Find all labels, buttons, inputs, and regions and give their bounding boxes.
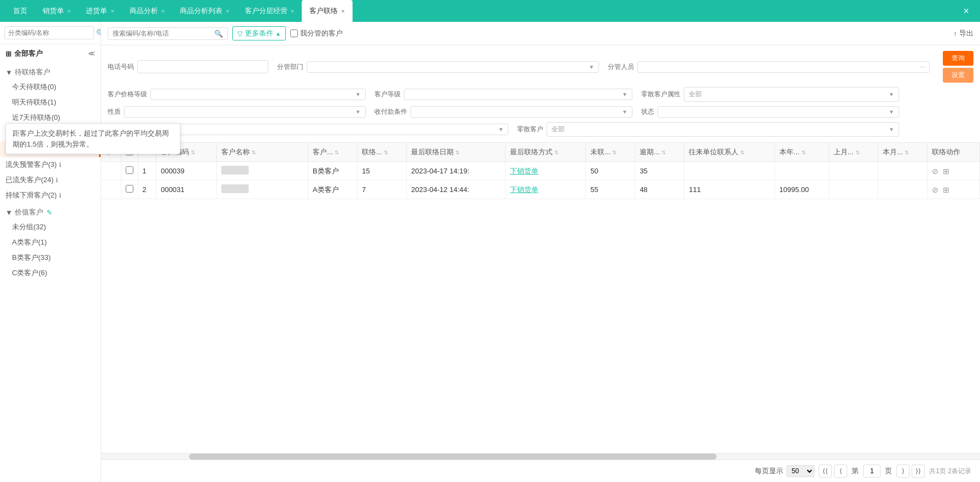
th-type[interactable]: 客户...⇅ bbox=[308, 143, 357, 162]
phone-input[interactable] bbox=[137, 60, 268, 73]
th-name[interactable]: 客户名称⇅ bbox=[217, 143, 308, 162]
td-name-1 bbox=[217, 162, 308, 181]
export-button[interactable]: ↑ 导出 bbox=[954, 28, 974, 38]
status-select[interactable]: ▼ bbox=[658, 106, 899, 118]
th-contact-count[interactable]: 联络...⇅ bbox=[357, 143, 407, 162]
grid-action-icon-1[interactable]: ⊞ bbox=[943, 167, 949, 176]
person-select[interactable]: ··· bbox=[637, 61, 930, 73]
sidebar-collapse-icon[interactable]: ≪ bbox=[88, 50, 95, 57]
sort-method-icon: ⇅ bbox=[554, 149, 559, 155]
nav-customer-contact[interactable]: 客户联络 × bbox=[302, 0, 352, 22]
th-last-contact-method[interactable]: 最后联络方式⇅ bbox=[505, 143, 585, 162]
close-customer-tier-icon[interactable]: × bbox=[291, 8, 294, 14]
sidebar-all-customers[interactable]: ⊞ 全部客户 ≪ bbox=[0, 44, 101, 63]
sidebar-content: ⊞ 全部客户 ≪ ▼ 待联络客户 今天待联络(0) 明天待联络(1) 近7天待联… bbox=[0, 44, 101, 482]
th-overdue[interactable]: 逾期...⇅ bbox=[635, 143, 684, 162]
retail-attr-select[interactable]: 全部 ▼ bbox=[684, 87, 899, 102]
per-page-select[interactable]: 50 20 100 bbox=[787, 465, 814, 477]
close-product-list-icon[interactable]: × bbox=[226, 8, 229, 14]
sidebar-item-declining[interactable]: 持续下滑客户(2) ℹ bbox=[0, 188, 101, 203]
sidebar-item-today[interactable]: 今天待联络(0) bbox=[0, 79, 101, 95]
info-icon-churned: ℹ bbox=[56, 177, 58, 184]
close-product-analysis-icon[interactable]: × bbox=[161, 8, 165, 14]
grid-action-icon-2[interactable]: ⊞ bbox=[943, 185, 949, 194]
page-number-input[interactable] bbox=[863, 464, 881, 478]
edit-icon-value[interactable]: ✎ bbox=[46, 208, 52, 217]
filter-actions: 查询 设置 bbox=[943, 51, 973, 83]
sidebar-search-icon[interactable]: 🔍 bbox=[96, 29, 101, 37]
next-page-button[interactable]: ⟩ bbox=[896, 464, 909, 478]
gender-chevron-icon: ▼ bbox=[355, 109, 361, 115]
td-unreached-2: 55 bbox=[586, 181, 635, 199]
sort-this-month-icon: ⇅ bbox=[905, 149, 909, 155]
filter-row-1: 电话号码 分管部门 ▼ 分管人员 ··· bbox=[108, 51, 973, 83]
main-search-input[interactable] bbox=[113, 30, 214, 37]
payment-select[interactable]: ▼ bbox=[410, 106, 632, 118]
query-button[interactable]: 查询 bbox=[943, 51, 973, 66]
close-sales-order-icon[interactable]: × bbox=[67, 8, 71, 14]
td-last-month-2 bbox=[829, 181, 878, 199]
sort-type-icon: ⇅ bbox=[335, 149, 339, 155]
dept-select[interactable]: ▼ bbox=[307, 61, 599, 73]
status-chevron-icon: ▼ bbox=[889, 109, 894, 115]
retail-customer-select[interactable]: 全部 ▼ bbox=[547, 122, 899, 137]
customer-name-blurred-2 bbox=[221, 184, 249, 193]
th-this-month[interactable]: 本月...⇅ bbox=[878, 143, 927, 162]
horizontal-scrollbar[interactable] bbox=[101, 453, 980, 460]
last-page-button[interactable]: ⟩⟩ bbox=[912, 464, 925, 478]
td-method-2[interactable]: 下销货单 bbox=[505, 181, 585, 199]
sidebar-item-ungrouped[interactable]: 未分组(32) bbox=[0, 219, 101, 235]
gender-select[interactable]: ▼ bbox=[124, 106, 366, 118]
filter-row-3: 性质 ▼ 收付款条件 ▼ 状态 bbox=[108, 106, 973, 118]
th-last-month[interactable]: 上月...⇅ bbox=[829, 143, 878, 162]
th-contact-person[interactable]: 往来单位联系人⇅ bbox=[684, 143, 774, 162]
th-this-year[interactable]: 本年...⇅ bbox=[774, 143, 829, 162]
sidebar-item-b-class[interactable]: B类客户(33) bbox=[0, 250, 101, 265]
sidebar-item-tomorrow[interactable]: 明天待联络(1) bbox=[0, 95, 101, 110]
td-settings-2 bbox=[101, 181, 121, 199]
value-customers-header[interactable]: ▼ 价值客户 ✎ bbox=[0, 204, 101, 219]
sidebar-search-input[interactable] bbox=[4, 26, 94, 39]
first-page-button[interactable]: ⟨⟨ bbox=[819, 464, 832, 478]
customer-grade-select[interactable]: ▼ bbox=[404, 89, 632, 100]
nav-customer-tier[interactable]: 客户分层经营 × bbox=[237, 0, 302, 22]
sidebar-item-churned[interactable]: 已流失客户(24) ℹ bbox=[0, 172, 101, 188]
th-last-contact-date[interactable]: 最后联络日期⇅ bbox=[407, 143, 506, 162]
setting-button[interactable]: 设置 bbox=[943, 68, 973, 83]
prev-page-button[interactable]: ⟨ bbox=[834, 464, 847, 478]
close-customer-contact-icon[interactable]: × bbox=[341, 8, 344, 14]
app-close-button[interactable]: × bbox=[958, 5, 975, 17]
nav-purchase-order[interactable]: 进货单 × bbox=[78, 0, 121, 22]
sort-unreached-icon: ⇅ bbox=[612, 149, 617, 155]
td-code-2: 000031 bbox=[156, 181, 217, 199]
sidebar-item-a-class[interactable]: A类客户(1) bbox=[0, 235, 101, 250]
price-grade-select[interactable]: ▼ bbox=[150, 89, 366, 100]
my-customer-checkbox-wrap[interactable]: 我分管的客户 bbox=[290, 28, 343, 38]
th-action: 联络动作 bbox=[928, 143, 980, 162]
table-row: 1 000039 B类客户 15 2023-04-17 14:19: 下销货单 … bbox=[101, 162, 980, 181]
th-unreached[interactable]: 未联...⇅ bbox=[586, 143, 635, 162]
nav-product-analysis[interactable]: 商品分析 × bbox=[122, 0, 172, 22]
person-chevron-icon: ··· bbox=[920, 64, 925, 70]
nav-product-analysis-list[interactable]: 商品分析列表 × bbox=[172, 0, 237, 22]
nav-sales-order[interactable]: 销货单 × bbox=[35, 0, 78, 22]
search-wrap: 🔍 bbox=[108, 27, 228, 40]
customer-type-field: 客户类型 ▼ bbox=[127, 124, 509, 135]
info-icon-declining: ℹ bbox=[59, 192, 61, 199]
main-search-icon[interactable]: 🔍 bbox=[214, 30, 223, 38]
sidebar-item-churn-warning[interactable]: 流失预警客户(3) ℹ bbox=[0, 157, 101, 172]
sidebar-item-c-class[interactable]: C类客户(6) bbox=[0, 265, 101, 281]
close-purchase-icon[interactable]: × bbox=[110, 8, 114, 14]
grid-icon: ⊞ bbox=[5, 50, 11, 58]
link-action-icon-2[interactable]: ⊘ bbox=[932, 185, 938, 194]
link-action-icon-1[interactable]: ⊘ bbox=[932, 167, 938, 176]
nav-home[interactable]: 首页 bbox=[5, 0, 35, 22]
td-method-1[interactable]: 下销货单 bbox=[505, 162, 585, 181]
row1-checkbox[interactable] bbox=[126, 166, 133, 174]
my-customer-checkbox[interactable] bbox=[290, 30, 298, 37]
customer-type-select[interactable]: ▼ bbox=[156, 124, 509, 135]
pending-contact-header[interactable]: ▼ 待联络客户 bbox=[0, 64, 101, 79]
horizontal-scrollbar-thumb[interactable] bbox=[189, 454, 717, 460]
more-conditions-button[interactable]: ▽ 更多条件 ▲ bbox=[232, 26, 286, 40]
row2-checkbox[interactable] bbox=[126, 185, 133, 193]
